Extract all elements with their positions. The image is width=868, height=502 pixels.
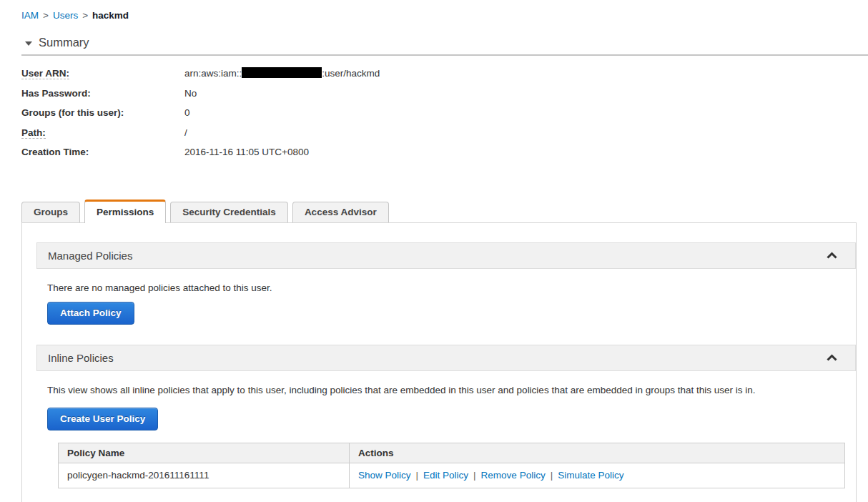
user-detail-tabs: Groups Permissions Security Credentials … [21, 200, 868, 222]
action-separator: | [551, 470, 553, 481]
managed-policies-section: Managed Policies There are no managed po… [36, 242, 856, 345]
has-password-value: No [184, 84, 197, 104]
no-managed-policies-message: There are no managed policies attached t… [47, 282, 856, 293]
field-path: Path: / [21, 123, 868, 143]
breadcrumb: IAM>Users>hackmd [21, 0, 868, 21]
policy-name-column-header: Policy Name [59, 443, 350, 463]
remove-policy-link[interactable]: Remove Policy [481, 470, 546, 481]
policy-actions-cell: Show Policy|Edit Policy|Remove Policy|Si… [350, 463, 845, 488]
creation-time-value: 2016-11-16 11:05 UTC+0800 [184, 142, 309, 162]
inline-policies-description: This view shows all inline policies that… [47, 385, 856, 395]
summary-title: Summary [39, 36, 89, 49]
breadcrumb-link-users[interactable]: Users [53, 10, 78, 21]
breadcrumb-separator: > [43, 10, 49, 21]
managed-policies-header[interactable]: Managed Policies [36, 242, 856, 269]
field-user-arn: User ARN: arn:aws:iam:::user/hackmd [21, 64, 868, 84]
policy-name-cell: policygen-hackmd-201611161111 [59, 463, 350, 488]
show-policy-link[interactable]: Show Policy [358, 470, 411, 481]
redacted-account-id [242, 67, 322, 78]
user-arn-label: User ARN: [21, 68, 69, 79]
inline-policies-header[interactable]: Inline Policies [36, 345, 856, 371]
path-label: Path: [21, 127, 46, 139]
action-separator: | [416, 470, 419, 481]
field-creation-time: Creation Time: 2016-11-16 11:05 UTC+0800 [21, 142, 868, 162]
chevron-up-icon[interactable] [826, 354, 838, 362]
tab-access-advisor[interactable]: Access Advisor [292, 202, 389, 222]
breadcrumb-current-user: hackmd [92, 10, 129, 21]
tab-permissions[interactable]: Permissions [84, 200, 166, 223]
managed-policies-title: Managed Policies [48, 250, 132, 262]
edit-policy-link[interactable]: Edit Policy [423, 470, 468, 481]
breadcrumb-link-iam[interactable]: IAM [21, 10, 39, 21]
user-arn-value: arn:aws:iam:::user/hackmd [184, 64, 380, 84]
table-header-row: Policy Name Actions [59, 443, 845, 463]
summary-fields: User ARN: arn:aws:iam:::user/hackmd Has … [21, 64, 868, 162]
summary-section-toggle[interactable]: Summary [21, 36, 868, 49]
create-user-policy-button[interactable]: Create User Policy [47, 408, 158, 430]
groups-count-value: 0 [184, 103, 190, 123]
inline-policies-section: Inline Policies This view shows all inli… [36, 345, 856, 488]
action-separator: | [473, 470, 476, 481]
field-has-password: Has Password: No [21, 84, 868, 104]
table-row: policygen-hackmd-201611161111 Show Polic… [59, 463, 845, 488]
breadcrumb-separator: > [82, 10, 88, 21]
tab-groups[interactable]: Groups [21, 202, 80, 222]
simulate-policy-link[interactable]: Simulate Policy [558, 470, 623, 481]
inline-policies-title: Inline Policies [48, 352, 114, 364]
field-groups-count: Groups (for this user): 0 [21, 103, 868, 123]
summary-divider [21, 54, 868, 56]
groups-count-label: Groups (for this user): [21, 103, 184, 123]
iam-user-detail-page: IAM>Users>hackmd Summary User ARN: arn:a… [0, 0, 868, 502]
creation-time-label: Creation Time: [21, 142, 184, 162]
caret-down-icon [25, 41, 32, 46]
tab-security-credentials[interactable]: Security Credentials [170, 202, 288, 222]
attach-policy-button[interactable]: Attach Policy [47, 302, 134, 325]
inline-policies-body: This view shows all inline policies that… [36, 371, 856, 488]
managed-policies-body: There are no managed policies attached t… [36, 269, 856, 345]
inline-policies-table: Policy Name Actions policygen-hackmd-201… [58, 443, 845, 488]
chevron-up-icon[interactable] [826, 252, 838, 260]
actions-column-header: Actions [350, 443, 845, 463]
permissions-tab-panel: Managed Policies There are no managed po… [21, 222, 857, 502]
has-password-label: Has Password: [21, 84, 184, 104]
path-value: / [184, 123, 187, 143]
